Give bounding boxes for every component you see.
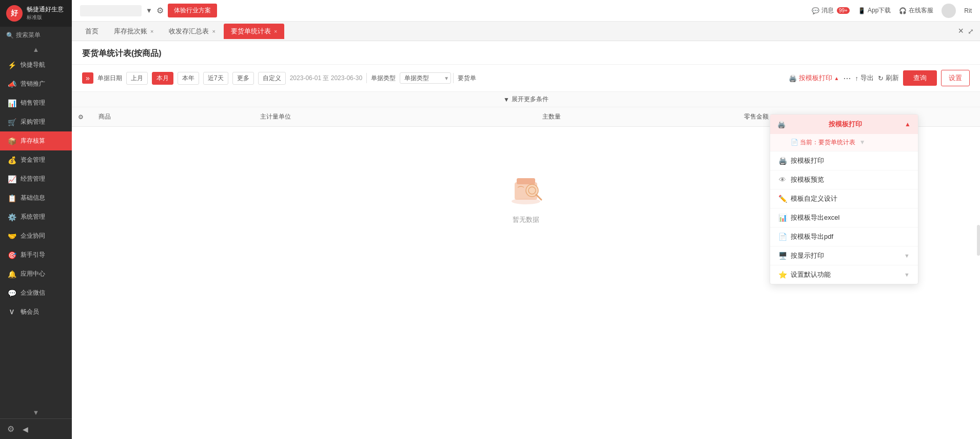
print-btn[interactable]: 🖨️ 按模板打印 ▲ bbox=[789, 73, 839, 83]
tab-inventory-batch[interactable]: 库存批次账 × bbox=[107, 24, 161, 39]
sidebar-item-marketing[interactable]: 📣 营销推广 bbox=[0, 74, 72, 93]
messages-label: 消息 bbox=[821, 6, 834, 15]
dropdown-item-template-print[interactable]: 🖨️ 按模板打印 bbox=[770, 151, 918, 170]
search-icon: 🔍 bbox=[6, 32, 14, 39]
sidebar-item-guide[interactable]: 🎯 新手引导 bbox=[0, 245, 72, 264]
order-type-select[interactable]: 单据类型 bbox=[400, 72, 451, 84]
sidebar-item-purchase[interactable]: 🛒 采购管理 bbox=[0, 112, 72, 131]
avatar[interactable] bbox=[942, 4, 956, 18]
filter-expand-btn[interactable]: » bbox=[82, 72, 93, 84]
dropdown-item-display-print[interactable]: 🖥️ 按显示打印 ▼ bbox=[770, 246, 918, 265]
tab-order-stats[interactable]: 要货单统计表 × bbox=[224, 24, 284, 39]
nav-search-input[interactable] bbox=[80, 5, 142, 16]
tab-close-icon[interactable]: × bbox=[150, 28, 153, 34]
sidebar-item-operation[interactable]: 📈 经营管理 bbox=[0, 169, 72, 188]
sidebar-item-label: 应用中心 bbox=[21, 270, 45, 278]
order-type-label: 单据类型 bbox=[371, 74, 396, 83]
app-tag: 标准版 bbox=[27, 14, 64, 21]
sidebar-item-label: 采购管理 bbox=[21, 118, 45, 126]
custom-btn[interactable]: 自定义 bbox=[258, 72, 286, 85]
more-btn-toolbar[interactable]: ··· bbox=[843, 73, 851, 84]
dropdown-item-export-pdf[interactable]: 📄 按模板导出pdf bbox=[770, 227, 918, 246]
order-goods-label: 要货单 bbox=[458, 74, 476, 83]
col-settings-icon[interactable]: ⚙ bbox=[78, 113, 84, 121]
filter-bar: » 单据日期 上月 本月 本年 近7天 更多 自定义 2023-06-01 至 … bbox=[72, 65, 980, 92]
sidebar-item-label: 资金管理 bbox=[21, 156, 45, 164]
sidebar-item-finance[interactable]: 💰 资金管理 bbox=[0, 150, 72, 169]
empty-icon bbox=[505, 168, 546, 209]
operation-icon: 📈 bbox=[7, 175, 16, 183]
print-arrow-icon: ▲ bbox=[834, 75, 839, 81]
scroll-up-btn[interactable]: ▲ bbox=[0, 44, 72, 55]
tab-receipt-summary[interactable]: 收发存汇总表 × bbox=[162, 24, 222, 39]
topbar-dropdown-icon[interactable]: ▼ bbox=[146, 7, 152, 14]
purchase-icon: 🛒 bbox=[7, 118, 16, 126]
tab-label: 要货单统计表 bbox=[231, 27, 271, 36]
dropdown-collapse-icon[interactable]: ▲ bbox=[905, 121, 911, 128]
display-print-icon: 🖥️ bbox=[778, 252, 787, 260]
tab-home[interactable]: 首页 bbox=[78, 24, 106, 39]
current-caret: ▼ bbox=[859, 139, 866, 146]
sidebar-item-appstore[interactable]: 🔔 应用中心 bbox=[0, 264, 72, 283]
col-unit: 主计量单位 bbox=[254, 107, 536, 127]
sidebar: 好 畅捷通好生意 标准版 🔍 搜索菜单 ▲ ⚡ 快捷导航 📣 营销推广 📊 销售… bbox=[0, 0, 72, 439]
sidebar-search[interactable]: 🔍 搜索菜单 bbox=[0, 27, 72, 44]
item-arrow-icon: ▼ bbox=[904, 253, 910, 259]
refresh-btn[interactable]: ↻ 刷新 bbox=[878, 73, 899, 83]
sidebar-item-quick-nav[interactable]: ⚡ 快捷导航 bbox=[0, 55, 72, 74]
sidebar-item-wechat[interactable]: 💬 企业微信 bbox=[0, 283, 72, 302]
design-icon: ✏️ bbox=[778, 195, 787, 203]
member-icon: V bbox=[7, 309, 16, 316]
scroll-down-btn[interactable]: ▼ bbox=[0, 407, 72, 418]
tab-label: 收发存汇总表 bbox=[169, 27, 209, 36]
sidebar-item-sales[interactable]: 📊 销售管理 bbox=[0, 93, 72, 112]
settings-icon[interactable]: ⚙ bbox=[7, 424, 14, 434]
maximize-btn[interactable]: ⤢ bbox=[968, 27, 974, 35]
logo-text-wrap: 畅捷通好生意 标准版 bbox=[27, 6, 64, 21]
refresh-icon: ↻ bbox=[878, 74, 884, 82]
topbar-gear-icon[interactable]: ⚙ bbox=[156, 6, 164, 15]
sidebar-item-label: 新手引导 bbox=[21, 251, 45, 259]
expand-more-btn[interactable]: ▼ 展开更多条件 bbox=[503, 95, 548, 104]
cur-year-btn[interactable]: 本年 bbox=[178, 72, 199, 85]
cur-month-btn[interactable]: 本月 bbox=[152, 72, 173, 85]
sidebar-item-label: 企业协同 bbox=[21, 232, 45, 240]
tab-close-icon[interactable]: × bbox=[274, 28, 277, 34]
sidebar-item-label: 库存核算 bbox=[21, 137, 45, 145]
service-btn[interactable]: 🎧 在线客服 bbox=[899, 6, 933, 15]
close-window-btn[interactable]: × bbox=[958, 26, 964, 36]
trial-btn[interactable]: 体验行业方案 bbox=[168, 4, 217, 17]
more-btn[interactable]: 更多 bbox=[232, 72, 254, 85]
content-area: 要货单统计表(按商品) » 单据日期 上月 本月 本年 近7天 更多 自定义 2… bbox=[72, 41, 980, 439]
sidebar-item-system[interactable]: ⚙️ 系统管理 bbox=[0, 207, 72, 226]
collapse-icon[interactable]: ◀ bbox=[23, 425, 28, 433]
default-icon: ⭐ bbox=[778, 271, 787, 279]
logo-icon: 好 bbox=[6, 5, 23, 22]
query-btn[interactable]: 查询 bbox=[903, 70, 937, 86]
sidebar-item-label: 营销推广 bbox=[21, 80, 45, 88]
tab-close-icon[interactable]: × bbox=[212, 28, 215, 34]
dropdown-item-template-preview[interactable]: 👁 按模板预览 bbox=[770, 170, 918, 189]
messages-btn[interactable]: 💬 消息 99+ bbox=[812, 6, 850, 15]
dropdown-item-template-design[interactable]: ✏️ 模板自定义设计 bbox=[770, 189, 918, 208]
current-label: 当前：要货单统计表 bbox=[800, 139, 855, 146]
7days-btn[interactable]: 近7天 bbox=[203, 72, 228, 85]
dropdown-item-export-excel[interactable]: 📊 按模板导出excel bbox=[770, 208, 918, 227]
col-settings[interactable]: ⚙ bbox=[72, 107, 92, 127]
sidebar-item-inventory[interactable]: 📦 库存核算 bbox=[0, 131, 72, 150]
export-btn[interactable]: ↑ 导出 bbox=[855, 73, 874, 83]
dropdown-current: 📄 当前：要货单统计表 ▼ bbox=[770, 134, 918, 151]
settings-btn[interactable]: 设置 bbox=[941, 70, 970, 86]
item-arrow-icon2: ▼ bbox=[904, 272, 910, 278]
expand-icon: ▼ bbox=[503, 96, 509, 103]
dropdown-item-set-default[interactable]: ⭐ 设置默认功能 ▼ bbox=[770, 265, 918, 284]
system-icon: ⚙️ bbox=[7, 213, 16, 221]
marketing-icon: 📣 bbox=[7, 80, 16, 88]
app-download-btn[interactable]: 📱 App下载 bbox=[858, 6, 891, 15]
filter-divider bbox=[366, 73, 367, 83]
sidebar-item-member[interactable]: V 畅会员 bbox=[0, 302, 72, 321]
sidebar-item-basic[interactable]: 📋 基础信息 bbox=[0, 188, 72, 207]
prev-month-btn[interactable]: 上月 bbox=[126, 72, 148, 85]
sidebar-item-collab[interactable]: 🤝 企业协同 bbox=[0, 226, 72, 245]
guide-icon: 🎯 bbox=[7, 251, 16, 259]
